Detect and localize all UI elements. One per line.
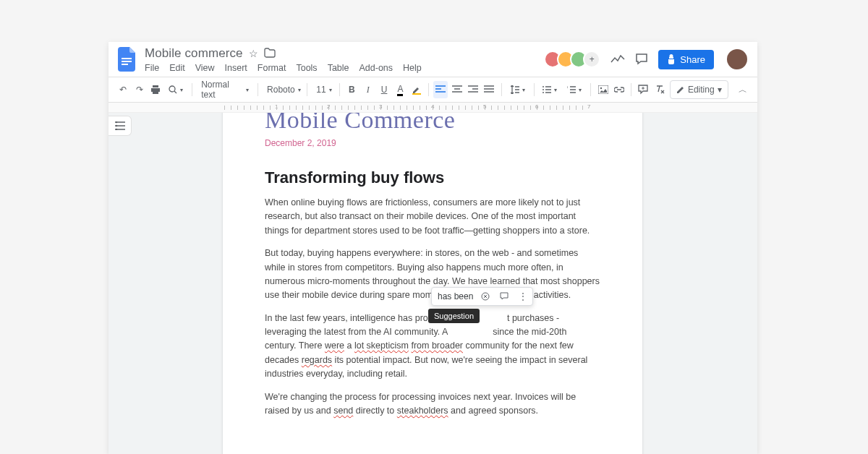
move-folder-icon[interactable] [264,48,276,60]
insert-link-icon[interactable] [612,81,626,98]
text-color-icon[interactable]: A [393,81,407,98]
paragraph[interactable]: When online buying flows are frictionles… [265,196,600,238]
svg-rect-1 [122,61,132,62]
svg-point-3 [169,86,175,92]
svg-point-6 [542,86,544,87]
svg-point-11 [600,87,601,89]
menu-insert[interactable]: Insert [225,63,247,73]
svg-rect-2 [122,64,128,65]
star-icon[interactable]: ☆ [249,48,258,59]
paragraph[interactable]: We're changing the process for processin… [265,390,600,419]
document-name[interactable]: Mobile commerce [145,46,243,61]
grammar-underline[interactable]: regards [302,355,332,365]
suggestion-popover: has been ⋮ Suggestion [431,287,533,306]
align-left-icon[interactable] [433,81,448,98]
docs-logo-icon[interactable] [116,45,139,74]
doc-date[interactable]: December 2, 2019 [265,138,600,148]
menu-help[interactable]: Help [403,63,422,73]
svg-rect-0 [122,58,132,59]
suggestion-more-icon[interactable]: ⋮ [516,290,529,303]
grammar-underline[interactable]: send [333,406,353,416]
align-justify-icon[interactable] [482,81,496,98]
undo-icon[interactable]: ↶ [116,81,130,98]
paragraph-style-dropdown[interactable]: Normal text▾ [197,81,253,98]
activity-icon[interactable] [610,53,625,65]
document-page[interactable]: Mobile Commerce December 2, 2019 Transfo… [223,113,642,454]
ruler[interactable]: 1234567 [109,103,757,113]
svg-text:1: 1 [567,86,569,89]
collapse-toolbar-icon[interactable]: ︿ [736,81,750,98]
font-dropdown[interactable]: Roboto▾ [263,81,302,98]
avatar-overflow[interactable]: + [583,51,600,68]
app-window: Mobile commerce ☆ File Edit View Insert … [109,42,757,454]
svg-point-14 [115,125,116,127]
doc-title[interactable]: Mobile Commerce [265,113,600,134]
align-right-icon[interactable] [466,81,480,98]
font-size-dropdown[interactable]: 11▾ [312,81,335,98]
svg-line-4 [174,91,176,93]
toolbar: ↶ ↷ ▾ Normal text▾ Roboto▾ 11▾ B I U A ▾… [109,77,757,103]
suggestion-dismiss-icon[interactable] [479,290,492,303]
share-button[interactable]: Share [658,50,714,69]
grammar-underline[interactable]: steakholders [397,406,448,416]
menu-addons[interactable]: Add-ons [359,63,393,73]
bulleted-list-icon[interactable]: ▾ [538,81,561,98]
align-center-icon[interactable] [449,81,464,98]
editor-canvas[interactable]: Mobile Commerce December 2, 2019 Transfo… [109,113,757,454]
insert-image-icon[interactable] [595,81,610,98]
add-comment-icon[interactable] [636,81,650,98]
highlight-icon[interactable] [409,81,424,98]
italic-icon[interactable]: I [360,81,375,98]
redo-icon[interactable]: ↷ [132,81,146,98]
svg-point-8 [542,92,544,93]
print-icon[interactable] [148,81,163,98]
zoom-dropdown[interactable]: ▾ [164,81,187,98]
svg-point-13 [115,121,116,123]
suggestion-feedback-icon[interactable] [498,290,511,303]
collaborator-avatars[interactable]: + [548,51,600,68]
title-bar: Mobile commerce ☆ File Edit View Insert … [109,42,757,77]
menu-table[interactable]: Table [328,63,349,73]
clear-formatting-icon[interactable] [652,81,667,98]
share-label: Share [680,54,705,65]
menu-bar: File Edit View Insert Format Tools Table… [145,63,548,73]
suggestion-tooltip: Suggestion [428,309,480,323]
outline-toggle-icon[interactable] [109,116,132,136]
numbered-list-icon[interactable]: 1▾ [563,81,586,98]
menu-file[interactable]: File [145,63,159,73]
account-avatar[interactable] [727,49,747,69]
grammar-underline[interactable]: lot skepticism [354,340,409,351]
doc-heading[interactable]: Transforming buy flows [265,168,600,187]
svg-point-7 [542,89,544,90]
line-spacing-icon[interactable]: ▾ [506,81,529,98]
menu-tools[interactable]: Tools [296,63,317,73]
menu-format[interactable]: Format [258,63,286,73]
grammar-underline[interactable]: were [325,340,344,351]
menu-edit[interactable]: Edit [169,63,185,73]
comments-icon[interactable] [635,53,648,66]
svg-rect-10 [598,85,608,94]
svg-point-15 [115,129,116,130]
suggestion-text[interactable]: has been [438,291,473,301]
editing-mode-dropdown[interactable]: Editing▾ [670,80,728,99]
grammar-underline[interactable]: from broader [411,340,463,351]
svg-rect-5 [412,93,421,95]
menu-view[interactable]: View [195,63,215,73]
underline-icon[interactable]: U [377,81,391,98]
bold-icon[interactable]: B [344,81,359,98]
